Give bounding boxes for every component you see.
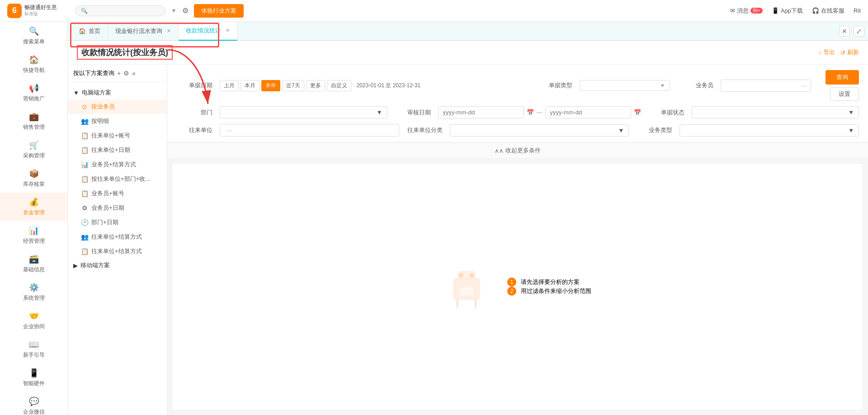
sidebar-item-quicknav[interactable]: 🏠 快捷导航 <box>0 50 67 79</box>
refresh-btn[interactable]: ↺ 刷新 <box>840 48 859 57</box>
biz-type-select[interactable]: ▼ <box>679 124 859 137</box>
online-service-btn[interactable]: 🎧 在线客服 <box>812 7 844 15</box>
app-edition: 标准版 <box>24 11 57 17</box>
partner-select[interactable]: ··· <box>220 124 399 137</box>
review-date-from[interactable] <box>438 106 524 118</box>
sidebar-item-finance[interactable]: 💰 资金管理 <box>0 193 67 221</box>
online-service-label: 在线客服 <box>821 7 844 15</box>
sidebar-item-wechat[interactable]: 💬 企业微信 <box>0 392 67 415</box>
date-tab-more[interactable]: 更多 <box>306 80 325 91</box>
tree-group-desktop-title[interactable]: ▼ 电脑端方案 <box>68 86 167 99</box>
tree-item-partner-date[interactable]: 📋 往来单位+日期 <box>68 143 167 157</box>
setting-button[interactable]: 设置 <box>830 87 859 101</box>
step2-text: 用过滤条件来缩小分析范围 <box>521 288 591 294</box>
query-button[interactable]: 查询 <box>826 70 859 85</box>
tree-item-salesperson-settlement[interactable]: 📊 业务员+结算方式 <box>68 157 167 172</box>
sidebar-item-purchase[interactable]: 🛒 采购管理 <box>0 136 67 164</box>
date-tab-7days[interactable]: 近7天 <box>282 80 304 91</box>
date-tab-custom[interactable]: 自定义 <box>327 80 351 91</box>
export-btn[interactable]: ↑ 导出 <box>819 48 835 57</box>
search-icon: 🔍 <box>81 8 88 14</box>
app-download-btn[interactable]: 📱 App下载 <box>772 7 803 15</box>
tree-item-partner-account[interactable]: 📋 往来单位+账号 <box>68 128 167 143</box>
settings-icon[interactable]: ⚙ <box>182 6 189 15</box>
collapse-btn[interactable]: ∧∧ 收起更多条件 <box>495 146 541 155</box>
sidebar-label-finance: 资金管理 <box>23 209 45 217</box>
hardware-icon: 📱 <box>29 368 39 378</box>
close-receipt-tab-icon[interactable]: ✕ <box>226 28 230 33</box>
sidebar-item-system[interactable]: ⚙️ 系统管理 <box>0 278 67 307</box>
tree-item-label-partner-acct: 往来单位+账号 <box>91 132 130 140</box>
empty-illustration <box>444 264 489 309</box>
tree-item-partner-settle1[interactable]: 👥 往来单位+结算方式 <box>68 230 167 244</box>
svg-point-3 <box>470 273 474 278</box>
doc-type-label: 单据类型 <box>536 81 572 90</box>
date-tab-this-year[interactable]: 本年 <box>261 80 280 91</box>
search-box[interactable]: 🔍 <box>75 5 165 16</box>
tree-group-mobile-title[interactable]: ▶ 移动端方案 <box>68 259 167 272</box>
sidebar-label-quicknav: 快捷导航 <box>23 66 45 74</box>
salesperson-label: 业务员 <box>677 81 713 90</box>
tab-home[interactable]: 🏠 首页 <box>71 22 108 41</box>
tab-receipt-stats[interactable]: 收款情况统计 ✕ <box>179 22 237 41</box>
sidebar-item-sales[interactable]: 💼 销售管理 <box>0 107 67 136</box>
refresh-icon: ↺ <box>840 49 845 56</box>
messages-btn[interactable]: ✉ 消息 99+ <box>730 7 763 15</box>
tree-item-dept-date[interactable]: 🕐 部门+日期 <box>68 215 167 230</box>
finance-icon: 💰 <box>29 197 39 207</box>
tab-controls: ✕ ⤢ <box>839 26 864 37</box>
collapse-panel-icon[interactable]: « <box>132 70 136 77</box>
close-tab-btn[interactable]: ✕ <box>839 26 850 37</box>
sidebar-item-base[interactable]: 🗃️ 基础信息 <box>0 250 67 278</box>
collapse-label: 收起更多条件 <box>505 146 541 155</box>
tree-item-label-sales-settle: 业务员+结算方式 <box>91 160 136 169</box>
sidebar-item-guide[interactable]: 📖 新手引导 <box>0 335 67 363</box>
calendar-to-icon[interactable]: 📅 <box>634 109 641 116</box>
tree-item-label-partner-settle2: 往来单位+结算方式 <box>91 247 142 255</box>
date-tab-last-month[interactable]: 上月 <box>220 80 239 91</box>
trial-button[interactable]: 体验行业方案 <box>194 4 244 18</box>
tree-item-sales-account[interactable]: 📋 业务员+账号 <box>68 186 167 201</box>
sidebar-item-inventory[interactable]: 📦 库存核算 <box>0 164 67 193</box>
inventory-icon: 📦 <box>29 169 39 179</box>
tree-item-detail[interactable]: 👥 按明细 <box>68 114 167 128</box>
sidebar-label-purchase: 采购管理 <box>23 152 45 160</box>
review-date-to[interactable] <box>545 106 631 118</box>
sidebar-item-search[interactable]: 🔍 搜索菜单 <box>0 22 67 50</box>
tree-item-partner-settle2[interactable]: 📋 往来单位+结算方式 <box>68 244 167 259</box>
dept-date-icon: 🕐 <box>80 219 89 226</box>
doc-type-select[interactable]: ▼ <box>580 80 670 91</box>
scheme-tree: ▼ 电脑端方案 ⊙ 按业务员 👥 按明细 📋 <box>68 82 167 415</box>
sidebar-item-collab[interactable]: 🤝 企业协同 <box>0 307 67 335</box>
close-bank-tab-icon[interactable]: ✕ <box>167 28 171 34</box>
dept-select[interactable]: ▼ <box>220 106 387 118</box>
biz-type-caret-icon: ▼ <box>848 127 854 134</box>
sales-acct-icon: 📋 <box>80 190 89 197</box>
salesperson-more-icon[interactable]: ··· <box>801 82 806 89</box>
tab-bank-flow[interactable]: 现金银行流水查询 ✕ <box>108 22 179 41</box>
tree-item-partner-dept[interactable]: 📋 按往来单位+部门+收... <box>68 172 167 186</box>
partner-cat-label: 往来单位分类 <box>406 126 443 134</box>
partner-cat-select[interactable]: ▼ <box>450 124 629 137</box>
partner-more-icon[interactable]: ··· <box>226 127 232 134</box>
expand-tab-btn[interactable]: ⤢ <box>854 26 864 37</box>
doc-status-select[interactable]: ▼ <box>692 106 859 118</box>
sidebar-item-marketing[interactable]: 📢 营销推广 <box>0 79 67 107</box>
user-name-display[interactable]: Rit <box>854 7 861 14</box>
dept-label: 部门 <box>176 108 212 117</box>
sidebar-item-hardware[interactable]: 📱 智能硬件 <box>0 363 67 392</box>
add-scheme-icon[interactable]: + <box>117 70 121 77</box>
tree-item-by-salesperson[interactable]: ⊙ 按业务员 <box>68 99 167 114</box>
date-separator: 至 <box>386 82 392 89</box>
tree-item-sales-date[interactable]: ⚙ 业务员+日期 <box>68 201 167 215</box>
empty-content: 1 请先选择要分析的方案 2 用过滤条件来缩小分析范围 <box>444 264 591 309</box>
dropdown-icon[interactable]: ▼ <box>171 7 177 14</box>
sidebar-item-operations[interactable]: 📊 经营管理 <box>0 221 67 250</box>
download-icon: 📱 <box>772 7 779 14</box>
calendar-from-icon[interactable]: 📅 <box>527 109 534 116</box>
date-tab-this-month[interactable]: 本月 <box>241 80 259 91</box>
tab-bank-label: 现金银行流水查询 <box>115 27 162 35</box>
scheme-settings-icon[interactable]: ⚙ <box>123 70 129 77</box>
service-icon: 🎧 <box>812 7 819 14</box>
salesperson-select[interactable]: ··· <box>721 80 811 92</box>
